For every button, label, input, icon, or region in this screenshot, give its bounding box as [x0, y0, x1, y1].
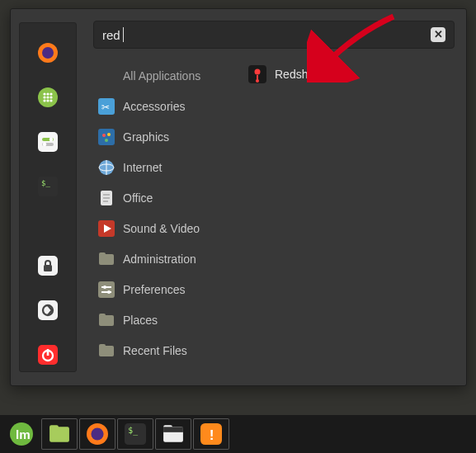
globe-icon [98, 159, 115, 176]
apps-grid-icon [38, 87, 58, 107]
category-label: Internet [123, 161, 162, 174]
category-label: Preferences [123, 283, 185, 296]
clear-icon: ✕ [434, 28, 443, 40]
app-label: Redshift [275, 68, 317, 81]
logout-button[interactable] [31, 294, 64, 327]
sliders-icon [98, 281, 115, 298]
logout-icon [38, 300, 58, 320]
terminal-icon [38, 177, 58, 196]
folder-icon [49, 423, 70, 445]
favourites-column [19, 22, 77, 372]
scissors-icon [98, 98, 115, 115]
app-result-redshift[interactable]: Redshift [245, 60, 455, 88]
category-recent-files[interactable]: Recent Files [93, 335, 233, 366]
favourite-firefox[interactable] [31, 36, 64, 69]
category-graphics[interactable]: Graphics [93, 121, 233, 152]
category-label: Sound & Video [123, 222, 200, 235]
application-list: Redshift [233, 60, 455, 374]
start-menu: ✕ All Applications Accessories Graphics … [10, 8, 467, 386]
firefox-icon [87, 423, 108, 445]
category-all-applications[interactable]: All Applications [93, 60, 233, 91]
category-label: Accessories [123, 100, 185, 113]
taskbar-files[interactable] [41, 418, 78, 450]
category-label: Office [123, 191, 153, 205]
search-input[interactable] [102, 28, 259, 42]
settings-switches-icon [38, 132, 58, 152]
category-label: Recent Files [123, 344, 187, 357]
favourite-settings[interactable] [31, 125, 64, 158]
folder-icon [98, 312, 115, 328]
power-icon [38, 345, 58, 365]
category-label: All Applications [123, 69, 200, 83]
folder-icon [163, 423, 184, 445]
taskbar-updates[interactable] [193, 418, 229, 450]
category-label: Places [123, 314, 158, 327]
favourite-apps[interactable] [31, 81, 64, 114]
mint-logo-icon [10, 422, 33, 446]
taskbar-firefox[interactable] [79, 418, 115, 450]
document-icon [98, 190, 115, 206]
folder-icon [98, 251, 115, 267]
category-preferences[interactable]: Preferences [93, 274, 233, 304]
category-list: All Applications Accessories Graphics In… [93, 60, 233, 374]
taskbar [0, 415, 476, 453]
firefox-icon [38, 43, 58, 63]
redshift-icon [248, 65, 266, 83]
category-label: Administration [123, 252, 196, 266]
clear-search-button[interactable]: ✕ [431, 27, 445, 42]
category-label: Graphics [123, 130, 169, 144]
category-places[interactable]: Places [93, 304, 233, 335]
category-accessories[interactable]: Accessories [93, 91, 233, 121]
taskbar-menu-button[interactable] [3, 418, 40, 450]
power-button[interactable] [31, 338, 64, 371]
lock-button[interactable] [31, 249, 64, 282]
category-administration[interactable]: Administration [93, 243, 233, 274]
lock-icon [38, 256, 58, 276]
terminal-icon [125, 423, 146, 445]
blank-icon [98, 68, 115, 84]
play-icon [98, 220, 115, 237]
folder-icon [98, 342, 115, 359]
taskbar-files2[interactable] [155, 418, 191, 450]
text-caret [123, 27, 124, 42]
taskbar-terminal[interactable] [117, 418, 153, 450]
search-field[interactable]: ✕ [93, 21, 455, 49]
favourite-terminal[interactable] [31, 170, 64, 203]
category-sound-video[interactable]: Sound & Video [93, 213, 233, 243]
warning-icon [200, 423, 222, 445]
category-internet[interactable]: Internet [93, 152, 233, 182]
palette-icon [98, 129, 115, 145]
menu-right-pane: ✕ All Applications Accessories Graphics … [80, 9, 466, 385]
category-office[interactable]: Office [93, 182, 233, 213]
